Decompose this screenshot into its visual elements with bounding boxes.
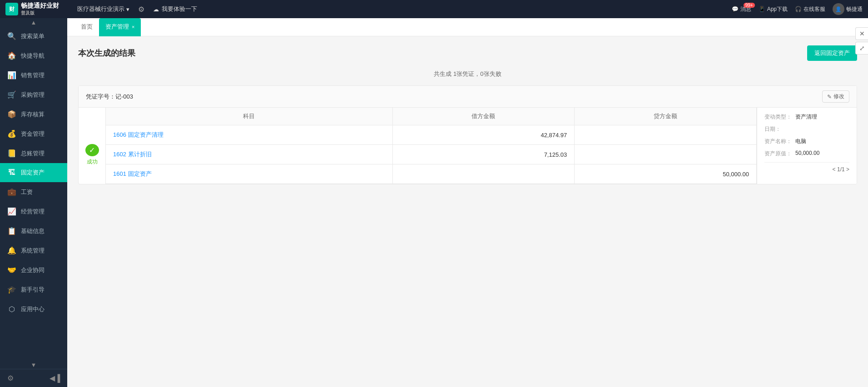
- basic-info-icon: 📋: [7, 227, 16, 235]
- message-badge: 99+: [744, 3, 755, 8]
- inventory-icon: 📦: [7, 110, 16, 119]
- page-header: 本次生成的结果 返回固定资产: [78, 45, 857, 61]
- online-service-label: 在线客服: [804, 5, 825, 13]
- expand-panel-button[interactable]: ⤢: [855, 42, 868, 55]
- subject-cell: 1601 固定资产: [106, 164, 392, 184]
- edit-label: 修改: [833, 93, 844, 100]
- sidebar-item-ledger[interactable]: 📒 总账管理: [0, 144, 67, 163]
- panel-asset-value-row: 资产原值： 50,000.00: [764, 150, 849, 158]
- panel-date-row: 日期：: [764, 125, 849, 133]
- experience-label: 我要体验一下: [162, 5, 197, 13]
- tab-asset-mgmt-label: 资产管理: [105, 23, 129, 31]
- message-icon: 💬: [732, 6, 739, 12]
- sidebar-item-label: 销售管理: [21, 71, 45, 79]
- tab-home[interactable]: 首页: [74, 18, 99, 36]
- sidebar-item-app-center[interactable]: ⬡ 应用中心: [0, 299, 67, 319]
- user-info[interactable]: 👤 畅捷通: [833, 3, 863, 15]
- chevron-down-icon: ▾: [126, 6, 129, 13]
- ledger-icon: 📒: [7, 149, 16, 158]
- asset-value-label: 资产原值：: [764, 150, 792, 158]
- close-panel-button[interactable]: ✕: [855, 27, 868, 40]
- topbar-center: 医疗器械行业演示 ▾ ⚙ ☁ 我要体验一下: [77, 3, 732, 15]
- avatar: 👤: [833, 3, 844, 15]
- topbar-right: 💬 消息 99+ 📱 App下载 🎧 在线客服 👤 畅捷通: [732, 3, 863, 15]
- sidebar-item-label: 应用中心: [21, 305, 45, 313]
- sidebar-item-fixed-assets[interactable]: 🏗 固定资产: [0, 163, 67, 182]
- credit-cell: [575, 145, 757, 164]
- table-row: 1601 固定资产 50,000.00: [106, 164, 757, 184]
- sidebar-item-label: 库存核算: [21, 110, 45, 119]
- app-center-icon: ⬡: [7, 305, 16, 313]
- home-icon: 🏠: [7, 51, 16, 60]
- tab-home-label: 首页: [81, 23, 93, 31]
- tab-close-icon[interactable]: ×: [132, 24, 134, 30]
- sidebar-item-enterprise[interactable]: 🤝 企业协同: [0, 260, 67, 280]
- panel-pagination: < 1/1 >: [764, 162, 849, 173]
- guide-icon: 🎓: [7, 285, 16, 294]
- sidebar-item-sales[interactable]: 📊 销售管理: [0, 65, 67, 85]
- message-button[interactable]: 💬 消息 99+: [732, 5, 751, 13]
- subject-cell: 1602 累计折旧: [106, 145, 392, 164]
- sidebar-scroll-up[interactable]: ▲: [0, 18, 67, 26]
- return-fixed-assets-button[interactable]: 返回固定资产: [807, 45, 857, 61]
- sidebar-item-guide[interactable]: 🎓 新手引导: [0, 280, 67, 299]
- online-service-button[interactable]: 🎧 在线客服: [795, 5, 825, 13]
- sidebar-item-capital[interactable]: 💰 资金管理: [0, 124, 67, 144]
- sidebar-item-quick-nav[interactable]: 🏠 快捷导航: [0, 46, 67, 65]
- sidebar-item-label: 总账管理: [21, 149, 45, 158]
- voucher-table: 科目 借方金额 贷方金额 1606 固定资产清理 42,874.97: [106, 108, 757, 184]
- date-label: 日期：: [764, 125, 781, 133]
- sidebar-item-inventory[interactable]: 📦 库存核算: [0, 104, 67, 124]
- sidebar-item-label: 固定资产: [21, 169, 45, 177]
- experience-button[interactable]: ☁ 我要体验一下: [153, 5, 197, 13]
- main-layout: ▲ 🔍 搜索菜单 🏠 快捷导航 📊 销售管理 🛒 采购管理 📦 库存核算: [0, 18, 868, 387]
- pagination-info: 1/1: [837, 166, 846, 173]
- sidebar: ▲ 🔍 搜索菜单 🏠 快捷导航 📊 销售管理 🛒 采购管理 📦 库存核算: [0, 18, 67, 387]
- panel-change-type-row: 变动类型： 资产清理: [764, 113, 849, 121]
- gear-icon[interactable]: ⚙: [7, 374, 14, 382]
- edit-voucher-button[interactable]: ✎ 修改: [822, 90, 849, 103]
- change-type-value: 资产清理: [795, 113, 817, 121]
- sidebar-item-operation[interactable]: 📈 经营管理: [0, 202, 67, 221]
- operation-icon: 📈: [7, 207, 16, 216]
- sidebar-item-search[interactable]: 🔍 搜索菜单: [0, 26, 67, 46]
- fixed-assets-icon: 🏗: [7, 169, 16, 177]
- sidebar-item-label: 企业协同: [21, 266, 45, 274]
- logo-title: 畅捷通好业财: [21, 2, 59, 10]
- voucher-table-wrap: 科目 借方金额 贷方金额 1606 固定资产清理 42,874.97: [106, 108, 757, 184]
- sidebar-item-system[interactable]: 🔔 系统管理: [0, 241, 67, 260]
- debit-cell: 42,874.97: [392, 125, 575, 145]
- sidebar-item-salary[interactable]: 💼 工资: [0, 182, 67, 202]
- sidebar-item-label: 快捷导航: [21, 52, 45, 60]
- sidebar-item-label: 新手引导: [21, 286, 45, 294]
- purchase-icon: 🛒: [7, 90, 16, 99]
- logo-text-block: 畅捷通好业财 普及版: [21, 2, 59, 16]
- debit-cell: [392, 164, 575, 184]
- credit-cell: 50,000.00: [575, 164, 757, 184]
- tabs-bar: 首页 资产管理 ×: [67, 18, 868, 36]
- result-summary: 共生成 1张凭证，0张失败: [78, 70, 857, 78]
- page-title: 本次生成的结果: [78, 48, 135, 59]
- sidebar-item-basic-info[interactable]: 📋 基础信息: [0, 221, 67, 241]
- subject-cell: 1606 固定资产清理: [106, 125, 392, 145]
- company-selector[interactable]: 医疗器械行业演示 ▾: [77, 5, 129, 13]
- sidebar-scroll-down[interactable]: ▼: [0, 361, 67, 369]
- table-row: 1606 固定资产清理 42,874.97: [106, 125, 757, 145]
- settings-icon[interactable]: ⚙: [135, 3, 148, 15]
- download-icon: 📱: [759, 6, 765, 12]
- app-download-label: App下载: [767, 5, 788, 13]
- col-credit: 贷方金额: [575, 108, 757, 125]
- sidebar-item-label: 搜索菜单: [21, 32, 45, 40]
- pagination-prev[interactable]: <: [833, 166, 836, 173]
- collapse-icon[interactable]: ◀▐: [50, 374, 60, 382]
- sidebar-item-purchase[interactable]: 🛒 采购管理: [0, 85, 67, 104]
- logo-icon: 财: [5, 3, 18, 15]
- tab-asset-mgmt[interactable]: 资产管理 ×: [99, 18, 141, 36]
- pagination-next[interactable]: >: [846, 166, 849, 173]
- sidebar-nav: 🔍 搜索菜单 🏠 快捷导航 📊 销售管理 🛒 采购管理 📦 库存核算 💰: [0, 26, 67, 361]
- search-icon: 🔍: [7, 32, 16, 40]
- sidebar-bottom: ⚙ ◀▐: [0, 369, 67, 387]
- app-download-button[interactable]: 📱 App下载: [759, 5, 788, 13]
- sidebar-item-label: 采购管理: [21, 91, 45, 99]
- sales-icon: 📊: [7, 71, 16, 79]
